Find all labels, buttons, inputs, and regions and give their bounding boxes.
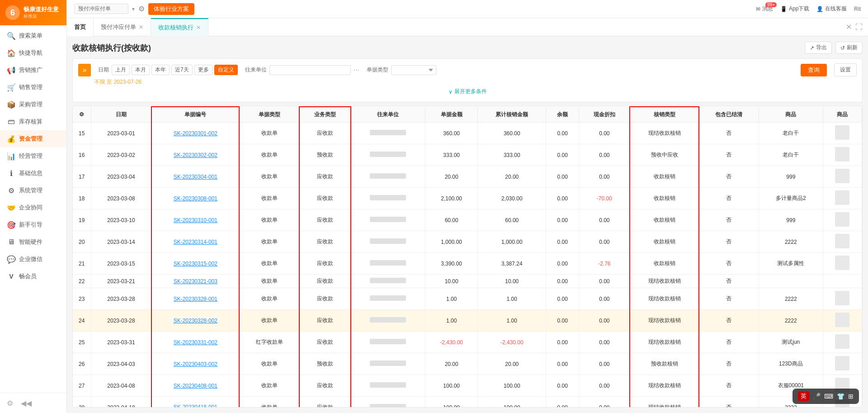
- cell-cash-discount: 0.00: [579, 310, 630, 332]
- cell-bill-type: 收款单: [239, 166, 299, 188]
- sidebar-settings-button[interactable]: ⚙: [4, 397, 16, 409]
- col-header-biz-type: 业务类型: [299, 107, 351, 123]
- prepay-tab-close-icon[interactable]: ✕: [139, 24, 143, 30]
- cell-bill-no[interactable]: SK-20230301-002: [151, 123, 239, 144]
- cell-goods-img: [823, 166, 862, 188]
- cell-include-settled: 否: [699, 310, 759, 332]
- sidebar-label-member: 畅会员: [19, 272, 37, 280]
- bill-type-select[interactable]: [391, 65, 436, 75]
- cell-bill-no[interactable]: SK-20230331-002: [151, 332, 239, 353]
- cell-no: 27: [73, 375, 91, 397]
- sidebar-item-member[interactable]: V 畅会员: [0, 268, 66, 285]
- filter-row-1: » 日期 上月 本月 本年 近7天 更多 自定义 往来单位 ···: [78, 63, 857, 76]
- settings-button[interactable]: 设置: [834, 63, 857, 76]
- cell-bill-no[interactable]: SK-20230308-001: [151, 188, 239, 209]
- filter-toggle-button[interactable]: »: [78, 64, 91, 76]
- cell-bill-no[interactable]: SK-20230328-002: [151, 310, 239, 332]
- breadcrumb-select[interactable]: 预付冲应付单: [74, 4, 128, 14]
- cell-amount: -2,430.00: [425, 332, 477, 353]
- cell-bill-no[interactable]: SK-20230315-002: [151, 253, 239, 275]
- cell-include-settled: 否: [699, 166, 759, 188]
- tab-receipt[interactable]: 收款核销执行 ✕: [151, 18, 208, 36]
- industry-solution-button[interactable]: 体验行业方案: [148, 3, 194, 15]
- sidebar-item-marketing[interactable]: 📢 营销推广: [0, 62, 66, 79]
- cell-cumulative: 3,387.24: [478, 253, 546, 275]
- last-month-button[interactable]: 上月: [112, 65, 130, 75]
- cell-include-settled: 否: [699, 253, 759, 275]
- cell-partner: [351, 209, 425, 231]
- cell-date: 2023-03-02: [91, 144, 151, 166]
- sidebar-item-basic[interactable]: ℹ 基础信息: [0, 165, 66, 182]
- cell-bill-no[interactable]: SK-20230314-001: [151, 231, 239, 253]
- this-year-button[interactable]: 本年: [151, 65, 170, 75]
- sidebar-item-guide[interactable]: 🎯 新手引导: [0, 216, 66, 233]
- ime-mic-icon[interactable]: 🎤: [813, 393, 821, 400]
- expand-filter-button[interactable]: ∨ 展开更多条件: [78, 86, 857, 97]
- sidebar-item-operation[interactable]: 📊 经营管理: [0, 147, 66, 165]
- sidebar-item-quicknav[interactable]: 🏠 快捷导航: [0, 44, 66, 62]
- tab-prepay[interactable]: 预付冲应付单 ✕: [94, 18, 151, 36]
- this-month-button[interactable]: 本月: [132, 65, 150, 75]
- enterprise-icon: 🤝: [7, 204, 15, 212]
- cell-cumulative: 360.00: [478, 123, 546, 144]
- custom-date-button[interactable]: 自定义: [214, 65, 238, 75]
- tab-home[interactable]: 首页: [67, 18, 94, 36]
- tab-close-all-button[interactable]: ✕: [846, 23, 852, 31]
- sidebar-item-system[interactable]: ⚙ 系统管理: [0, 182, 66, 199]
- cell-bill-no[interactable]: SK-20230304-001: [151, 166, 239, 188]
- cell-bill-no[interactable]: SK-20230408-001: [151, 375, 239, 397]
- cell-cash-discount: -2.76: [579, 253, 630, 275]
- sidebar-item-purchase[interactable]: 📦 采购管理: [0, 96, 66, 113]
- recent7-button[interactable]: 近7天: [171, 65, 193, 75]
- cell-include-settled: 否: [699, 231, 759, 253]
- sidebar-item-enterprise[interactable]: 🤝 企业协同: [0, 199, 66, 216]
- sidebar-collapse-button[interactable]: ◀◀: [20, 397, 33, 409]
- guide-icon: 🎯: [7, 221, 15, 229]
- cell-bill-no[interactable]: SK-20230403-002: [151, 353, 239, 375]
- header-gear-icon[interactable]: ⚙: [138, 5, 145, 13]
- sidebar-item-finance[interactable]: 💰 资金管理: [0, 130, 66, 147]
- user-info[interactable]: Rit: [854, 6, 861, 12]
- cell-bill-no[interactable]: SK-20230328-001: [151, 288, 239, 310]
- table-settings-icon[interactable]: ⚙: [79, 111, 84, 118]
- cell-biz-type: 应收款: [299, 188, 351, 209]
- receipt-tab-close-icon[interactable]: ✕: [196, 24, 201, 31]
- more-date-button[interactable]: 更多: [194, 65, 212, 75]
- ime-shirt-icon[interactable]: 👕: [837, 393, 844, 400]
- cell-bill-no[interactable]: SK-20230302-002: [151, 144, 239, 166]
- sidebar-item-search[interactable]: 🔍 搜索菜单: [0, 27, 66, 44]
- sidebar-label-purchase: 采购管理: [19, 100, 42, 109]
- sidebar-item-hardware[interactable]: 🖥 智能硬件: [0, 233, 66, 251]
- ime-expand-icon[interactable]: ⊞: [848, 393, 854, 400]
- sidebar-item-wechat[interactable]: 💬 企业微信: [0, 251, 66, 268]
- cell-balance: 0.00: [546, 231, 579, 253]
- cell-balance: 0.00: [546, 275, 579, 288]
- tab-expand-button[interactable]: ⛶: [855, 23, 863, 31]
- table-row: 252023-03-31SK-20230331-002红字收款单应收款-2,43…: [73, 332, 862, 353]
- partner-input[interactable]: [269, 65, 351, 75]
- message-button[interactable]: ✉ 消息 99+: [756, 5, 773, 13]
- cell-bill-no[interactable]: SK-20230418-001: [151, 397, 239, 408]
- header-left: 预付冲应付单 ▾ ⚙ 体验行业方案: [74, 3, 750, 15]
- cell-bill-type: 收款单: [239, 288, 299, 310]
- cell-bill-type: 红字收款单: [239, 332, 299, 353]
- ellipsis-icon[interactable]: ···: [354, 66, 359, 74]
- query-button[interactable]: 查询: [801, 64, 827, 76]
- cell-biz-type: 应收款: [299, 209, 351, 231]
- cell-goods: 测试多属性: [759, 253, 823, 275]
- cell-goods: 老白干: [759, 123, 823, 144]
- cell-verify-type: 收款核销: [630, 209, 699, 231]
- sidebar-item-inventory[interactable]: 🗃 库存核算: [0, 113, 66, 130]
- refresh-button[interactable]: ↺ 刷新: [835, 42, 863, 54]
- tab-bar-actions: ✕ ⛶: [840, 23, 868, 31]
- app-download-button[interactable]: 📱 App下载: [780, 5, 809, 13]
- export-button[interactable]: ↗ 导出: [805, 42, 832, 54]
- online-service-button[interactable]: 👤 在线客服: [816, 5, 847, 13]
- cell-balance: 0.00: [546, 288, 579, 310]
- sidebar-item-sales[interactable]: 🛒 销售管理: [0, 79, 66, 96]
- cell-cumulative: 1.00: [478, 288, 546, 310]
- cell-bill-no[interactable]: SK-20230310-001: [151, 209, 239, 231]
- col-header-settings[interactable]: ⚙: [73, 107, 91, 123]
- cell-bill-no[interactable]: SK-20230321-003: [151, 275, 239, 288]
- ime-keyboard-icon[interactable]: ⌨: [824, 393, 833, 400]
